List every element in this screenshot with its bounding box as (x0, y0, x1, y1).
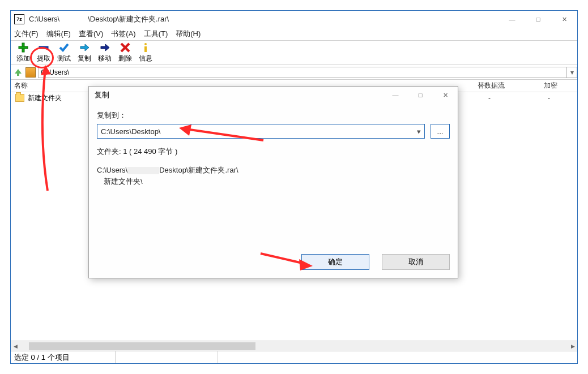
minimize-button[interactable]: — (499, 11, 525, 28)
horizontal-scrollbar[interactable]: ◀ ▶ (11, 341, 577, 351)
tool-info-label: 信息 (139, 54, 152, 63)
tool-delete[interactable]: 删除 (115, 42, 135, 63)
chevron-down-icon[interactable]: ▾ (413, 127, 424, 136)
copy-to-row: C:\Users\Desktop\ ▾ ... (97, 124, 450, 139)
tool-move-label: 移动 (98, 54, 112, 63)
check-icon (59, 42, 69, 53)
copy-dialog: 复制 — □ ✕ 复制到： C:\Users\Desktop\ ▾ ... 文件… (88, 86, 458, 278)
dialog-body: 复制到： C:\Users\Desktop\ ▾ ... 文件夹: 1 ( 24… (89, 104, 458, 190)
tool-move[interactable]: 移动 (95, 42, 115, 63)
title-redacted (59, 16, 88, 23)
col-altstream[interactable]: 替数据流 (458, 81, 521, 91)
maximize-button[interactable]: □ (525, 11, 551, 28)
tool-extract[interactable]: 提取 (33, 42, 54, 63)
dialog-window-controls: — □ ✕ (383, 87, 458, 104)
col-encrypted[interactable]: 加密 (521, 81, 577, 91)
archive-icon (25, 67, 36, 78)
statusbar: 选定 0 / 1 个项目 (11, 351, 577, 363)
arrow-right-dark-icon (100, 42, 110, 53)
svg-rect-2 (39, 46, 48, 49)
svg-marker-3 (80, 44, 89, 51)
src-suffix: Desktop\新建文件夹.rar\ (159, 166, 238, 174)
tool-add[interactable]: 添加 (13, 42, 33, 63)
toolbar: 添加 提取 测试 复制 移动 (11, 40, 577, 65)
title-prefix: C:\Users\ (29, 15, 59, 23)
close-button[interactable]: ✕ (551, 11, 577, 28)
tool-add-label: 添加 (16, 54, 30, 63)
info-icon (140, 42, 151, 53)
title-suffix: \Desktop\新建文件夹.rar\ (88, 15, 169, 23)
cell-alt: - (458, 94, 521, 102)
svg-rect-1 (19, 46, 28, 49)
window-controls: — □ ✕ (499, 11, 577, 28)
menu-file[interactable]: 文件(F) (14, 29, 39, 39)
scroll-right-icon[interactable]: ▶ (568, 342, 577, 351)
up-folder-icon[interactable] (13, 67, 23, 78)
arrow-right-icon (79, 42, 90, 53)
dialog-close-button[interactable]: ✕ (433, 87, 458, 104)
tool-delete-label: 删除 (118, 54, 132, 63)
status-sep (218, 351, 218, 363)
chevron-down-icon[interactable]: ▾ (567, 67, 577, 78)
copy-to-label: 复制到： (97, 110, 450, 121)
dialog-buttons: 确定 取消 (301, 254, 450, 270)
plus-icon (18, 42, 28, 53)
tool-test[interactable]: 测试 (54, 42, 74, 63)
destination-input[interactable]: C:\Users\Desktop\ (97, 127, 413, 136)
menu-bookmarks[interactable]: 书签(A) (111, 29, 135, 39)
svg-marker-9 (15, 69, 22, 74)
dialog-titlebar: 复制 — □ ✕ (89, 87, 458, 104)
address-input[interactable]: C:\Users\ (38, 67, 567, 78)
folder-icon (15, 94, 24, 102)
destination-combobox[interactable]: C:\Users\Desktop\ ▾ (97, 124, 425, 139)
scroll-thumb[interactable] (29, 342, 255, 350)
src-item: 新建文件夹\ (97, 177, 143, 186)
src-redacted (127, 167, 159, 174)
tool-copy[interactable]: 复制 (74, 42, 95, 63)
status-sep (115, 351, 116, 363)
cell-enc: - (521, 94, 577, 102)
tool-extract-label: 提取 (37, 54, 50, 63)
window-title: C:\Users\\Desktop\新建文件夹.rar\ (29, 14, 169, 24)
svg-rect-10 (17, 73, 19, 76)
app-icon: 7z (14, 14, 24, 24)
menu-view[interactable]: 查看(V) (79, 29, 103, 39)
tool-copy-label: 复制 (78, 54, 91, 63)
x-icon (120, 42, 130, 53)
svg-point-7 (144, 43, 147, 45)
svg-rect-8 (144, 46, 147, 52)
tool-test-label: 测试 (57, 54, 71, 63)
source-info: C:\Users\Desktop\新建文件夹.rar\ 新建文件夹\ (97, 165, 450, 187)
ok-button[interactable]: 确定 (301, 254, 369, 270)
browse-button[interactable]: ... (431, 124, 450, 139)
dialog-maximize-button[interactable]: □ (408, 87, 433, 104)
dialog-title: 复制 (95, 90, 109, 100)
menu-help[interactable]: 帮助(H) (176, 29, 201, 39)
tool-info[interactable]: 信息 (135, 42, 156, 63)
status-text: 选定 0 / 1 个项目 (14, 352, 70, 363)
cancel-button[interactable]: 取消 (382, 254, 450, 270)
src-prefix: C:\Users\ (97, 166, 127, 174)
minus-icon (39, 42, 49, 53)
menu-edit[interactable]: 编辑(E) (46, 29, 71, 39)
addressbar: C:\Users\ ▾ (11, 65, 577, 80)
scroll-left-icon[interactable]: ◀ (11, 342, 20, 351)
folder-info: 文件夹: 1 ( 24 490 字节 ) (97, 147, 450, 157)
svg-marker-4 (101, 44, 109, 51)
menu-tools[interactable]: 工具(T) (144, 29, 168, 39)
dialog-minimize-button[interactable]: — (383, 87, 408, 104)
menubar: 文件(F) 编辑(E) 查看(V) 书签(A) 工具(T) 帮助(H) (11, 28, 577, 40)
titlebar: 7z C:\Users\\Desktop\新建文件夹.rar\ — □ ✕ (11, 11, 577, 28)
